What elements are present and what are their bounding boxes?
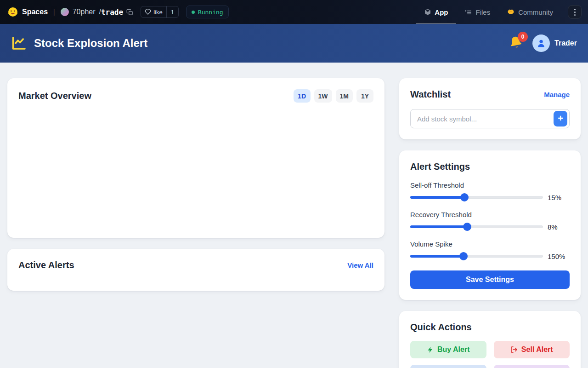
alert-settings-card: Alert Settings Sell-off Threshold 15% Re… [399, 150, 581, 300]
user-menu[interactable]: Trader [532, 34, 577, 52]
stock-symbol-input[interactable] [410, 109, 570, 128]
tab-community-label: Community [518, 8, 553, 16]
sell-exit-arrow-icon [510, 346, 518, 353]
quick-actions-grid: Buy Alert Sell Alert [410, 341, 570, 368]
volume-spike-label: Volume Spike [410, 240, 570, 248]
selloff-threshold-row: 15% [410, 193, 570, 201]
range-button-1m[interactable]: 1M [336, 89, 353, 103]
tab-files-label: Files [475, 8, 490, 16]
alert-settings-title: Alert Settings [410, 161, 470, 172]
tab-files[interactable]: Files [463, 0, 492, 24]
notifications-button[interactable]: 0 [509, 35, 524, 51]
selloff-threshold-slider[interactable] [410, 193, 543, 201]
like-widget: like 1 [141, 6, 179, 18]
slider-thumb[interactable] [463, 223, 471, 231]
range-button-1y[interactable]: 1Y [356, 89, 373, 103]
tab-community[interactable]: Community [505, 0, 555, 24]
header-right: 0 Trader [509, 34, 577, 52]
watchlist-header: Watchlist Manage [410, 89, 570, 100]
save-settings-button[interactable]: Save Settings [410, 270, 570, 289]
copy-repo-name-icon[interactable] [126, 9, 133, 16]
selloff-threshold-group: Sell-off Threshold 15% [410, 181, 570, 201]
range-button-1w[interactable]: 1W [314, 89, 332, 103]
sell-alert-label: Sell Alert [521, 345, 553, 354]
quick-actions-card: Quick Actions Buy Alert Sell Alert [399, 311, 581, 368]
slider-fill [410, 196, 464, 199]
slider-thumb[interactable] [459, 252, 468, 260]
active-alerts-title: Active Alerts [18, 260, 74, 270]
user-avatar [532, 34, 550, 52]
add-symbol-button[interactable]: + [554, 111, 567, 126]
left-column: Market Overview 1D 1W 1M 1Y Active Alert… [7, 78, 384, 291]
watchlist-card: Watchlist Manage + [399, 78, 581, 139]
right-column: Watchlist Manage + Alert Settings Sell-o… [399, 78, 581, 368]
quick-action-button-partial[interactable] [410, 365, 486, 368]
repo-owner-avatar[interactable] [61, 8, 69, 16]
notification-count-badge: 0 [518, 32, 528, 42]
running-status-dot-icon [192, 11, 195, 14]
cube-icon [424, 8, 431, 16]
running-status-label: Running [198, 9, 223, 16]
tab-app[interactable]: App [422, 0, 450, 24]
recovery-threshold-slider[interactable] [410, 223, 543, 231]
kebab-dot [574, 9, 576, 10]
lightning-bolt-icon [427, 346, 434, 353]
tab-app-underline [416, 23, 456, 24]
active-alerts-card: Active Alerts View All [7, 249, 384, 291]
spaces-topbar: Spaces | 70pher / trade like 1 Running [0, 0, 588, 24]
main-content: Market Overview 1D 1W 1M 1Y Active Alert… [0, 63, 588, 368]
market-overview-card: Market Overview 1D 1W 1M 1Y [7, 78, 384, 238]
view-all-link[interactable]: View All [347, 261, 373, 269]
slider-fill [410, 225, 467, 228]
recovery-threshold-value: 8% [548, 223, 570, 231]
recovery-threshold-label: Recovery Threshold [410, 211, 570, 218]
sell-alert-button[interactable]: Sell Alert [494, 341, 570, 358]
chart-line-icon [11, 35, 28, 52]
tab-app-label: App [435, 8, 448, 16]
slider-thumb[interactable] [460, 193, 469, 201]
kebab-menu-button[interactable] [568, 5, 582, 19]
market-overview-title: Market Overview [18, 91, 91, 101]
time-range-selector: 1D 1W 1M 1Y [294, 89, 373, 103]
selloff-threshold-value: 15% [548, 194, 570, 201]
add-symbol-row: + [410, 109, 570, 128]
community-hands-icon [507, 8, 515, 16]
market-overview-header: Market Overview 1D 1W 1M 1Y [18, 89, 373, 103]
topbar-divider: | [53, 8, 55, 16]
watchlist-title: Watchlist [410, 89, 451, 100]
file-tree-icon [464, 8, 472, 16]
volume-spike-value: 150% [548, 253, 570, 260]
recovery-threshold-row: 8% [410, 223, 570, 231]
volume-spike-slider[interactable] [410, 252, 543, 260]
topbar-tabs: App Files Community [422, 0, 582, 24]
kebab-dot [574, 14, 576, 16]
spaces-brand[interactable]: Spaces [22, 8, 48, 16]
slider-fill [410, 255, 464, 258]
huggingface-logo-icon[interactable] [7, 6, 18, 17]
like-label: like [153, 9, 163, 16]
like-count[interactable]: 1 [166, 6, 178, 17]
page-title: Stock Explosion Alert [34, 37, 147, 50]
topbar-left: Spaces | 70pher / trade like 1 Running [7, 0, 422, 24]
quick-action-button-partial[interactable] [494, 365, 570, 368]
manage-link[interactable]: Manage [544, 91, 570, 98]
recovery-threshold-group: Recovery Threshold 8% [410, 211, 570, 231]
kebab-dot [574, 12, 576, 13]
running-status-badge[interactable]: Running [186, 6, 229, 18]
range-button-1d[interactable]: 1D [294, 89, 311, 103]
app-header: Stock Explosion Alert 0 Trader [0, 24, 588, 63]
quick-actions-title: Quick Actions [410, 322, 472, 332]
buy-alert-button[interactable]: Buy Alert [410, 341, 486, 358]
heart-icon [145, 9, 151, 15]
volume-spike-row: 150% [410, 252, 570, 260]
repo-owner[interactable]: 70pher [73, 8, 96, 16]
username: Trader [554, 39, 577, 47]
market-chart-area [18, 103, 373, 218]
like-button[interactable]: like [141, 6, 166, 17]
buy-alert-label: Buy Alert [437, 345, 470, 354]
active-alerts-header: Active Alerts View All [18, 260, 373, 270]
repo-name[interactable]: trade [101, 8, 123, 17]
selloff-threshold-label: Sell-off Threshold [410, 181, 570, 189]
volume-spike-group: Volume Spike 150% [410, 240, 570, 260]
